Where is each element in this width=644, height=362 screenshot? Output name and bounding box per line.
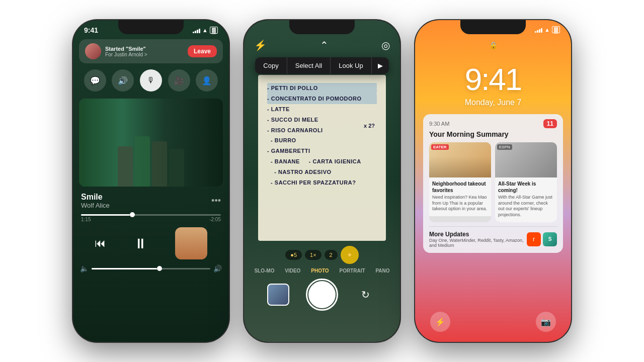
video-button[interactable]: 🎥 — [168, 69, 190, 92]
facetime-bar: Started "Smile" For Justin Arnold > Leav… — [79, 39, 223, 63]
lens-point5[interactable]: ●5 — [285, 250, 302, 260]
notification-time: 9:30 AM — [429, 121, 449, 127]
phone-2-bg: ⚡ ⌃ ◎ Copy Select All Look Up ▶ - PETTI … — [244, 20, 400, 342]
lock-icon: 🔒 — [489, 41, 498, 49]
phone-1-bg: 9:41 ▲ ▓ — [73, 20, 229, 342]
reddit-icon: r — [527, 232, 541, 246]
volume-track[interactable] — [92, 268, 210, 269]
volume-control: 🔈 🔊 — [73, 262, 229, 275]
news-image-2: ESPN — [495, 142, 557, 177]
rewind-button[interactable]: ⏮ — [95, 237, 106, 250]
context-menu: Copy Select All Look Up ▶ — [255, 57, 388, 74]
figure-2 — [135, 136, 150, 187]
signal-bar-1 — [193, 32, 194, 33]
figure-1 — [118, 146, 133, 187]
person-button[interactable]: 👤 — [196, 69, 218, 92]
speaker-button[interactable]: 🔊 — [112, 69, 134, 92]
facetime-controls: 💬 🔊 🎙 🎥 👤 — [73, 65, 229, 96]
wifi-icon: ▲ — [202, 27, 208, 33]
progress-container: 1:15 -2:05 — [73, 212, 229, 224]
facetime-text: Started "Smile" For Justin Arnold > — [105, 46, 147, 57]
notification-badge: 11 — [543, 119, 557, 128]
lens-1x[interactable]: 1× — [305, 250, 321, 260]
more-options-button[interactable]: ••• — [211, 196, 221, 206]
phone-1-status-icons: ▲ ▓ — [193, 27, 218, 34]
avatar-image — [85, 43, 101, 59]
chat-icon: 💬 — [90, 76, 100, 85]
options-icon[interactable]: ◎ — [381, 39, 390, 51]
leave-button[interactable]: Leave — [188, 45, 217, 57]
news-card-2[interactable]: ESPN All-Star Week is coming! With the A… — [495, 142, 557, 222]
chevron-up-icon[interactable]: ⌃ — [320, 39, 329, 51]
note-line-6: - BURRO — [267, 135, 377, 146]
p3-signal-bar-4 — [541, 28, 542, 33]
note-line-7: - GAMBERETTI — [267, 146, 377, 156]
news-headline-1: Neighborhood takeout favorites — [432, 180, 488, 194]
select-all-menu-item[interactable]: Select All — [287, 57, 331, 74]
facetime-subtitle: For Justin Arnold > — [105, 52, 147, 57]
photo-mode[interactable]: PHOTO — [311, 268, 329, 274]
video-icon: 🎥 — [174, 76, 184, 85]
camera-icon: 📷 — [541, 317, 551, 327]
lens-2x[interactable]: 2 — [325, 250, 338, 260]
signal-bar-3 — [197, 30, 198, 33]
chat-button[interactable]: 💬 — [84, 69, 106, 92]
progress-bar[interactable] — [81, 214, 221, 216]
flashlight-button[interactable]: ⚡ — [430, 312, 450, 332]
note-line-10: - SACCHI PER SPAZZATURA? — [267, 177, 377, 188]
camera-button[interactable]: 📷 — [536, 312, 556, 332]
pano-mode[interactable]: PANO — [375, 268, 389, 274]
pause-button[interactable]: ⏸ — [133, 235, 147, 252]
mic-icon: 🎙 — [147, 76, 155, 85]
time-elapsed: 1:15 — [81, 217, 91, 222]
news-badge-1: EATER — [431, 144, 449, 150]
album-figures — [79, 99, 223, 187]
battery-icon: ▓ — [210, 27, 218, 34]
flash-icon[interactable]: ⚡ — [254, 39, 267, 51]
copy-menu-item[interactable]: Copy — [255, 57, 287, 74]
facetime-avatar — [85, 43, 101, 59]
time-remaining: -2:05 — [209, 217, 221, 222]
x2-label: x 2? — [364, 123, 375, 129]
phone-1-time: 9:41 — [84, 26, 98, 34]
video-thumbnail — [175, 227, 207, 259]
signal-bar-4 — [199, 29, 200, 33]
notification-header: 9:30 AM 11 — [429, 119, 557, 128]
song-artist: Wolf Alice — [81, 202, 110, 209]
progress-times: 1:15 -2:05 — [81, 217, 221, 222]
lens-selector: ●5 1× 2 ✦ — [244, 246, 400, 264]
portrait-mode[interactable]: PORTRAIT — [339, 268, 365, 274]
notification-title: Your Morning Summary — [429, 130, 557, 138]
phone-3-status-icons: ▲ ▓ — [535, 26, 560, 33]
step-icon: S — [543, 232, 557, 246]
more-updates: More Updates Day One, WaterMinder, Reddi… — [429, 226, 557, 248]
phone-3-bg: ▲ ▓ 🔒 9:41 Monday, June 7 9:30 AM 11 You… — [415, 20, 571, 342]
look-up-menu-item[interactable]: Look Up — [331, 57, 371, 74]
p3-signal-bar-2 — [537, 30, 538, 33]
note-line-2: - CONCENTRATO DI POMODORO — [267, 94, 377, 104]
live-text-icon[interactable]: ✦ — [341, 246, 359, 264]
gallery-thumbnail[interactable] — [267, 284, 289, 306]
note-card: - PETTI DI POLLO - CONCENTRATO DI POMODO… — [258, 75, 386, 241]
more-updates-title: More Updates — [429, 231, 527, 238]
facetime-info: Started "Smile" For Justin Arnold > — [85, 43, 147, 59]
video-mode[interactable]: VIDEO — [285, 268, 300, 274]
flip-camera-button[interactable]: ↻ — [355, 284, 377, 306]
news-desc-1: Need inspiration? Kea Mao from Up Thai i… — [432, 195, 488, 212]
more-updates-text: More Updates Day One, WaterMinder, Reddi… — [429, 231, 527, 248]
mic-button[interactable]: 🎙 — [140, 69, 162, 92]
shutter-button[interactable] — [306, 279, 338, 311]
more-menu-button[interactable]: ▶ — [372, 57, 389, 74]
news-body-2: All-Star Week is coming! With the All-St… — [495, 177, 557, 222]
news-card-1[interactable]: EATER Neighborhood takeout favorites Nee… — [429, 142, 491, 222]
slo-mo-mode[interactable]: SLO-MO — [254, 268, 274, 274]
camera-controls: ↻ — [244, 276, 400, 314]
reddit-logo: r — [527, 232, 541, 246]
signal-icon — [193, 28, 200, 33]
notification-card: 9:30 AM 11 Your Morning Summary EATER Ne… — [423, 114, 563, 253]
song-title: Smile — [81, 193, 110, 202]
p3-signal-bar-3 — [539, 29, 540, 33]
more-app-icons: r S — [527, 232, 557, 246]
lock-screen-time: 9:41 — [415, 61, 571, 97]
note-line-5: - RISO CARNAROLI — [267, 125, 377, 136]
